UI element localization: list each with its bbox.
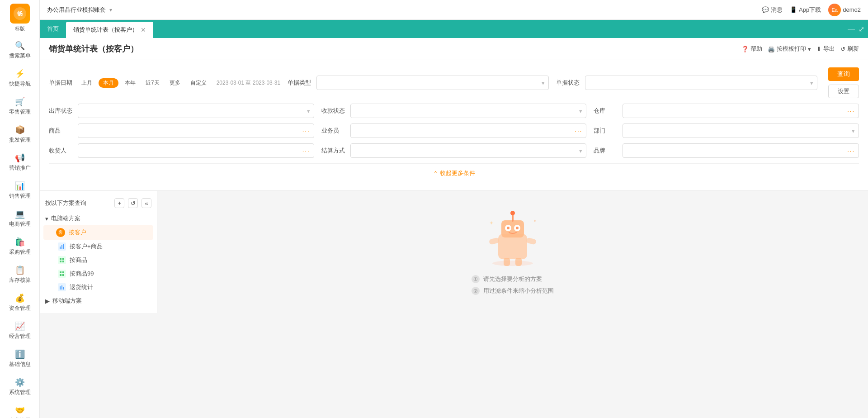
- help-btn[interactable]: ❓ 帮助: [741, 45, 762, 53]
- collect-status-select[interactable]: ▾: [350, 104, 587, 118]
- department-select[interactable]: ▾: [623, 124, 859, 138]
- empty-state: ✦ ✦ ① 请先选择要分析的方案 ② 用过滤条件来缩小分析范围: [472, 209, 554, 295]
- scheme-by-goods-99[interactable]: 按商品99: [43, 267, 153, 280]
- collapse-btn[interactable]: ⌃ 收起更多条件: [433, 166, 475, 180]
- scheme-return-stats[interactable]: 退货统计: [43, 280, 153, 294]
- filter-row-2: 出库状态 ▾ 收款状态 ▾ 仓库: [49, 104, 859, 118]
- tabbar: 首页 销货单统计表（按客户） ✕ — ⤢: [40, 20, 868, 38]
- svg-rect-7: [60, 261, 61, 262]
- settlement-select[interactable]: ▾: [350, 143, 587, 158]
- doc-status-arrow: ▾: [810, 80, 813, 86]
- tab-close-btn[interactable]: ✕: [141, 26, 146, 33]
- tab-sales-stats[interactable]: 销货单统计表（按客户） ✕: [66, 22, 153, 38]
- scheme-mobile-header[interactable]: ▶ 移动端方案: [43, 294, 153, 308]
- goods-dots: ···: [302, 128, 310, 134]
- desktop-group-label: 电脑端方案: [51, 214, 80, 223]
- sidebar-item-wholesale[interactable]: 📦 批发管理: [0, 120, 39, 148]
- doc-type-select[interactable]: ▾: [316, 76, 549, 90]
- sidebar-item-sales[interactable]: 📊 销售管理: [0, 176, 39, 204]
- sidebar-item-finance[interactable]: 💰 资金管理: [0, 289, 39, 317]
- sidebar-item-marketing[interactable]: 📢 营销推广: [0, 148, 39, 176]
- filter-row-3: 商品 ··· 业务员 ··· 部门: [49, 124, 859, 138]
- export-btn[interactable]: ⬇ 导出: [816, 45, 835, 53]
- date-btn-last-7days[interactable]: 近7天: [142, 78, 163, 88]
- salesperson-select[interactable]: ···: [350, 124, 587, 138]
- basic-icon: ℹ️: [15, 349, 25, 359]
- svg-rect-13: [60, 286, 61, 290]
- by-goods-icon: [58, 256, 66, 264]
- brand-label: 品牌: [594, 147, 619, 155]
- add-scheme-btn[interactable]: ＋: [114, 198, 124, 208]
- collapse-chevron: ⌃: [433, 170, 438, 177]
- goods-select[interactable]: ···: [78, 124, 314, 138]
- by-goods99-icon: [58, 270, 66, 278]
- sidebar-item-basic[interactable]: ℹ️ 基础信息: [0, 345, 39, 373]
- date-btn-custom[interactable]: 自定义: [187, 78, 210, 88]
- settings-button[interactable]: 设置: [828, 85, 859, 98]
- warehouse-select[interactable]: ···: [623, 104, 859, 118]
- print-btn[interactable]: 🖨️ 按模板打印 ▾: [768, 45, 811, 53]
- page-header: 销货单统计表（按客户） ❓ 帮助 🖨️ 按模板打印 ▾ ⬇ 导出 ↺ 刷新: [40, 38, 868, 60]
- by-goods-label: 按商品: [70, 256, 87, 264]
- query-button[interactable]: 查询: [828, 67, 859, 81]
- sidebar-item-shortcuts[interactable]: ⚡ 快捷导航: [0, 64, 39, 92]
- by-cg-icon: [58, 242, 66, 251]
- scheme-by-customer-goods[interactable]: 按客户+商品: [43, 240, 153, 253]
- sidebar-item-retail[interactable]: 🛒 零售管理: [0, 92, 39, 120]
- settlement-col: 结算方式 ▾: [321, 143, 587, 158]
- brand-col: 品牌 ···: [594, 143, 859, 158]
- sidebar-item-search[interactable]: 🔍 搜索菜单: [0, 36, 39, 64]
- industry-dropdown[interactable]: ▾: [109, 7, 112, 13]
- dept-arrow: ▾: [852, 128, 855, 134]
- page-title: 销货单统计表（按客户）: [49, 43, 138, 60]
- maximize-icon[interactable]: ⤢: [859, 25, 864, 33]
- hint-text-2: 用过滤条件来缩小分析范围: [483, 287, 554, 295]
- export-icon: ⬇: [816, 46, 821, 52]
- out-status-select[interactable]: ▾: [78, 104, 314, 118]
- svg-rect-18: [501, 220, 524, 238]
- scheme-desktop-header[interactable]: ▾ 电脑端方案: [43, 212, 153, 225]
- avatar: Ea: [828, 4, 841, 16]
- sidebar-item-label: 营销推广: [9, 164, 31, 172]
- doc-status-select[interactable]: ▾: [585, 76, 817, 90]
- hint-num-2: ②: [472, 287, 480, 295]
- tab-home[interactable]: 首页: [40, 20, 66, 38]
- sidebar-item-enterprise[interactable]: 🤝 企业协同: [0, 401, 39, 418]
- refresh-btn[interactable]: ↺ 刷新: [840, 45, 859, 53]
- brand-select[interactable]: ···: [623, 143, 859, 158]
- date-btn-this-month[interactable]: 本月: [99, 78, 118, 88]
- user-profile[interactable]: Ea demo2: [828, 4, 861, 16]
- sidebar-item-purchase[interactable]: 🛍️ 采购管理: [0, 233, 39, 261]
- scheme-by-customer[interactable]: 客 按客户: [43, 225, 153, 240]
- collapse-panel-btn[interactable]: «: [142, 198, 151, 208]
- svg-point-20: [510, 211, 515, 215]
- collect-status-label: 收款状态: [321, 107, 347, 115]
- app-download-btn[interactable]: 📱 App下载: [790, 6, 821, 14]
- sidebar-item-operations[interactable]: 📈 经营管理: [0, 317, 39, 345]
- sidebar-item-inventory[interactable]: 📋 库存核算: [0, 261, 39, 289]
- date-btn-more[interactable]: 更多: [166, 78, 184, 88]
- receiver-select[interactable]: ···: [78, 143, 314, 158]
- settlement-label: 结算方式: [321, 147, 347, 155]
- svg-text:✦: ✦: [489, 220, 494, 226]
- warehouse-col: 仓库 ···: [594, 104, 859, 118]
- sidebar-item-system[interactable]: ⚙️ 系统管理: [0, 373, 39, 401]
- logo-icon: 畅: [10, 4, 30, 24]
- sidebar-item-label: 批发管理: [9, 136, 31, 144]
- download-icon: 📱: [790, 6, 797, 13]
- left-panel-title: 按以下方案查询: [45, 199, 86, 207]
- filter-panel: 单据日期 上月 本月 本年 近7天 更多 自定义 2023-03-01 至 20…: [40, 60, 868, 191]
- date-btn-this-year[interactable]: 本年: [121, 78, 139, 88]
- messages-btn[interactable]: 💬 消息: [762, 6, 783, 14]
- date-btn-last-month[interactable]: 上月: [78, 78, 96, 88]
- refresh-scheme-btn[interactable]: ↺: [128, 198, 138, 208]
- sidebar-item-label: 系统管理: [9, 389, 31, 396]
- sidebar-item-label: 资金管理: [9, 304, 31, 312]
- svg-rect-3: [61, 245, 62, 249]
- tab-sales-stats-label: 销货单统计表（按客户）: [73, 26, 138, 34]
- sidebar-item-ecommerce[interactable]: 💻 电商管理: [0, 204, 39, 233]
- minimize-icon[interactable]: —: [848, 25, 855, 33]
- scheme-by-goods[interactable]: 按商品: [43, 253, 153, 267]
- print-dropdown-icon[interactable]: ▾: [808, 46, 811, 52]
- department-col: 部门 ▾: [594, 124, 859, 138]
